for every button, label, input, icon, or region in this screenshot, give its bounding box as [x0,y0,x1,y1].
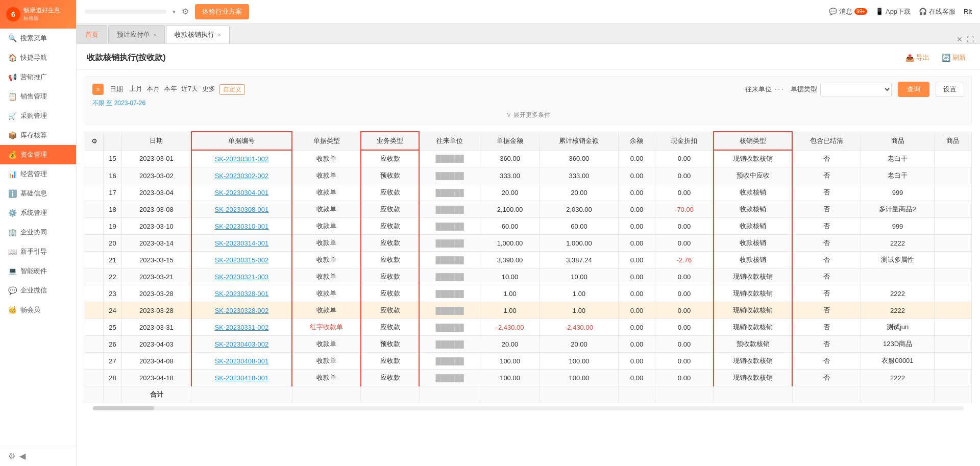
sidebar-item-hardware[interactable]: 💻 智能硬件 [0,261,76,281]
sidebar-item-sales[interactable]: 📋 销售管理 [0,87,76,106]
wechat-icon: 💬 [8,286,16,295]
filter-last-month[interactable]: 上月 [129,84,142,95]
refresh-icon: 🔄 [942,54,950,62]
col-header-date: 日期 [122,132,191,150]
filter-this-year[interactable]: 本年 [164,84,177,95]
filter-bill-type-field: 单据类型 [791,83,892,96]
topbar-gear-icon[interactable]: ⚙ [182,7,189,16]
tab-collection[interactable]: 收款核销执行 × [166,25,229,43]
tab-pending-close[interactable]: × [153,32,156,38]
bill-no-link[interactable]: SK-20230328-002 [215,307,269,314]
table-row[interactable]: 162023-03-02SK-20230302-002收款单预收款██████3… [85,167,972,184]
table-row[interactable]: 202023-03-14SK-20230314-001收款单应收款██████1… [85,235,972,252]
notification-area[interactable]: 💬 消息 99+ [829,7,867,16]
filter-bill-type-select[interactable] [820,83,892,96]
tab-collection-close[interactable]: × [217,32,220,38]
refresh-button[interactable]: 🔄 刷新 [938,51,970,64]
filter-this-month[interactable]: 本月 [146,84,160,95]
table-row[interactable]: 242023-03-28SK-20230328-002收款单应收款██████1… [85,302,972,319]
bill-no-link[interactable]: SK-20230418-001 [215,374,269,382]
bill-no-link[interactable]: SK-20230301-002 [215,155,269,163]
col-header-partner: 往来单位 [419,132,480,150]
filter-custom-button[interactable]: 自定义 [219,84,245,95]
sidebar-item-quick[interactable]: 🏠 快捷导航 [0,48,76,67]
table-row[interactable]: 192023-03-10SK-20230310-001收款单应收款██████6… [85,218,972,235]
sidebar-item-inventory[interactable]: 📦 库存核算 [0,126,76,145]
sidebar-item-label: 智能硬件 [20,266,47,276]
sidebar-item-finance[interactable]: 💰 资金管理 [0,145,76,164]
industry-solution-button[interactable]: 体验行业方案 [195,4,249,19]
bill-no-link[interactable]: SK-20230403-002 [215,340,269,348]
table-row[interactable]: 172023-03-04SK-20230304-001收款单应收款██████2… [85,184,972,201]
export-label: 导出 [916,53,929,62]
expand-more-button[interactable]: ∨ 展开更多条件 [506,111,550,119]
purchase-icon: 🛒 [8,112,16,120]
tab-home-label: 首页 [85,30,99,39]
sidebar-item-guide[interactable]: 📖 新手引导 [0,242,76,261]
phone-icon: 📱 [875,8,884,15]
sidebar-item-marketing[interactable]: 📢 营销推广 [0,67,76,87]
table-row[interactable]: 182023-03-08SK-20230308-001收款单应收款██████2… [85,201,972,218]
bill-no-link[interactable]: SK-20230310-001 [215,223,269,230]
bill-no-link[interactable]: SK-20230302-002 [215,172,269,180]
scrollbar-track[interactable] [85,406,972,410]
sidebar-item-search[interactable]: 🔍 搜索菜单 [0,29,76,48]
bill-no-link[interactable]: SK-20230308-001 [215,206,269,213]
bill-no-link[interactable]: SK-20230408-001 [215,357,269,365]
col-header-gear[interactable]: ⚙ [85,132,104,150]
collapse-icon[interactable]: ◀ [19,451,26,461]
chevron-down-icon[interactable]: ▾ [173,8,176,15]
sidebar-item-company[interactable]: 🏢 企业协同 [0,223,76,242]
table-row[interactable]: 272023-04-08SK-20230408-001收款单应收款██████1… [85,353,972,370]
filter-7-days[interactable]: 近7天 [181,84,198,95]
query-button[interactable]: 查询 [898,82,929,97]
export-button[interactable]: 📤 导出 [901,51,934,64]
sidebar-item-member[interactable]: 👑 畅会员 [0,300,76,320]
tab-close-all-icon[interactable]: ✕ [957,35,963,43]
tab-home[interactable]: 首页 [77,25,107,43]
guide-icon: 📖 [8,248,16,256]
finance-icon: 💰 [8,151,16,159]
filter-setting-button[interactable]: 设置 [936,82,964,97]
app-download-area[interactable]: 📱 App下载 [875,7,911,16]
sidebar-item-operations[interactable]: 📊 经营管理 [0,164,76,184]
table-row[interactable]: 222023-03-21SK-20230321-003收款单应收款██████1… [85,268,972,285]
filter-date-links: 上月 本月 本年 近7天 更多 自定义 [129,84,245,95]
sidebar-item-wechat[interactable]: 💬 企业微信 [0,281,76,300]
filter-date-label: 日期 [110,85,123,94]
sidebar-item-purchase[interactable]: 🛒 采购管理 [0,106,76,126]
sidebar-item-basic[interactable]: ℹ️ 基础信息 [0,184,76,203]
sidebar-item-system[interactable]: ⚙️ 系统管理 [0,203,76,223]
table-row[interactable]: 262023-04-03SK-20230403-002收款单预收款██████2… [85,336,972,353]
user-name[interactable]: Rit [964,8,972,15]
bill-no-link[interactable]: SK-20230304-001 [215,189,269,197]
table-row[interactable]: 282023-04-18SK-20230418-001收款单应收款██████1… [85,370,972,386]
headset-icon: 🎧 [919,8,927,15]
system-icon: ⚙️ [8,209,16,217]
tab-expand-icon[interactable]: ⛶ [967,35,974,43]
table-row[interactable]: 232023-03-28SK-20230328-001收款单应收款██████1… [85,285,972,302]
table-row[interactable]: 252023-03-31SK-20230331-002红字收款单应收款█████… [85,319,972,336]
online-support-area[interactable]: 🎧 在线客服 [919,7,955,16]
table-row[interactable]: 152023-03-01SK-20230301-002收款单应收款██████3… [85,150,972,167]
tab-pending-label: 预计应付单 [117,30,150,39]
filter-partner-dots[interactable]: ··· [775,85,785,94]
bill-no-link[interactable]: SK-20230321-003 [215,273,269,281]
sidebar: 6 畅康道好生意 标推版 🔍 搜索菜单 🏠 快捷导航 📢 营销推广 📋 销售管理… [0,0,77,466]
operations-icon: 📊 [8,170,16,178]
logo-icon: 6 [6,7,20,21]
settings-icon[interactable]: ⚙ [8,451,15,461]
page-header: 收款核销执行(按收款) 📤 导出 🔄 刷新 [77,44,980,70]
tab-pending[interactable]: 预计应付单 × [108,25,165,43]
bill-no-link[interactable]: SK-20230314-001 [215,239,269,247]
message-icon: 💬 [829,8,837,15]
bill-no-link[interactable]: SK-20230331-002 [215,324,269,331]
col-header-goods: 商品 [861,132,934,150]
filter-expand-button[interactable]: » [92,84,104,95]
filter-more[interactable]: 更多 [202,84,215,95]
table-row[interactable]: 212023-03-15SK-20230315-002收款单应收款██████3… [85,252,972,268]
bill-no-link[interactable]: SK-20230328-001 [215,290,269,298]
filter-partner-field: 往来单位 ··· [745,85,785,94]
total-row: 合计 [85,386,972,403]
bill-no-link[interactable]: SK-20230315-002 [215,256,269,264]
